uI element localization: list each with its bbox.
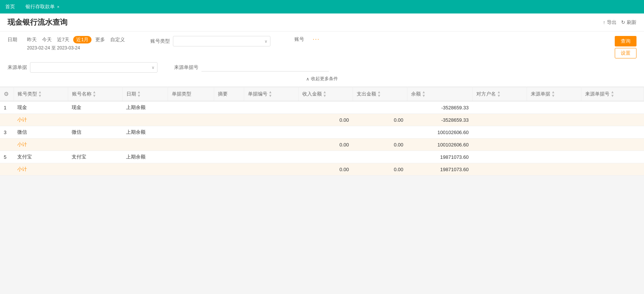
cell-expense-row1 xyxy=(353,101,407,114)
cell-expense-row3 xyxy=(353,126,407,139)
th-source_doc[interactable]: 来源单据▲▼ xyxy=(527,87,581,101)
refresh-button[interactable]: ↻ 刷新 xyxy=(621,19,636,26)
header-actions: ↑ 导出 ↻ 刷新 xyxy=(603,19,637,26)
cell-doc_type-row6 xyxy=(168,163,214,176)
cell-source_doc-row3 xyxy=(527,126,581,139)
account-type-select-wrap: ∨ xyxy=(173,36,270,46)
sort-icon-account_type: ▲▼ xyxy=(38,90,42,98)
refresh-icon: ↻ xyxy=(621,19,625,25)
cell-source_doc-row2 xyxy=(527,114,581,126)
date-option-近1月[interactable]: 近1月 xyxy=(73,36,92,43)
export-icon: ↑ xyxy=(603,19,606,25)
source-doc-no-label: 来源单据号 xyxy=(174,64,198,71)
th-expense[interactable]: 支出金额▲▼ xyxy=(353,87,407,101)
cell-account_type-row6: 小计 xyxy=(14,163,68,176)
date-options: 昨天今天近7天近1月更多自定义 xyxy=(26,36,126,43)
collapse-icon: ∧ xyxy=(306,76,309,82)
date-option-自定义[interactable]: 自定义 xyxy=(109,36,126,43)
cell-doc_no-row1 xyxy=(244,101,298,114)
cell-source_doc-row6 xyxy=(527,163,581,176)
source-doc-select[interactable] xyxy=(30,62,158,73)
cell-source_doc-row1 xyxy=(527,101,581,114)
account-dots-button[interactable]: ··· xyxy=(312,36,320,43)
cell-counterparty-row5 xyxy=(472,151,527,163)
cell-income-row4: 0.00 xyxy=(298,139,353,151)
cell-counterparty-row2 xyxy=(472,114,527,126)
top-navigation: 首页 收款单×付款单×其他收入单×应收应付调整单×银行存取款单×预收冲应收单×收… xyxy=(0,0,644,13)
cell-doc_type-row2 xyxy=(168,114,214,126)
cell-summary-row1 xyxy=(214,101,244,114)
page-header: 现金银行流水查询 ↑ 导出 ↻ 刷新 xyxy=(0,13,644,31)
date-option-更多[interactable]: 更多 xyxy=(94,36,107,43)
cell-summary-row6 xyxy=(214,163,244,176)
sort-icon-balance: ▲▼ xyxy=(422,90,426,98)
cell-date-row3: 上期余额 xyxy=(122,126,168,139)
nav-home[interactable]: 首页 xyxy=(0,0,20,13)
cell-doc_type-row5 xyxy=(168,151,214,163)
source-doc-select-wrap: ∨ xyxy=(30,62,158,73)
query-button[interactable]: 查询 xyxy=(615,36,636,46)
cell-num-row6 xyxy=(0,163,14,176)
nav-close-icon[interactable]: × xyxy=(57,0,59,13)
th-doc_no[interactable]: 单据编号▲▼ xyxy=(244,87,298,101)
th-account_type[interactable]: 账号类型▲▼ xyxy=(14,87,68,101)
date-option-今天[interactable]: 今天 xyxy=(41,36,53,43)
cell-balance-row5: 19871073.60 xyxy=(407,151,472,163)
sort-icon-source_doc: ▲▼ xyxy=(551,90,555,98)
table-header-row: ⚙账号类型▲▼账号名称▲▼日期▲▼单据类型摘要单据编号▲▼收入金额▲▼支出金额▲… xyxy=(0,87,644,101)
table-settings-icon[interactable]: ⚙ xyxy=(4,91,9,97)
export-button[interactable]: ↑ 导出 xyxy=(603,19,617,26)
source-doc-no-input[interactable] xyxy=(201,63,329,72)
table-row: 5支付宝支付宝上期余额19871073.60 xyxy=(0,151,644,163)
date-option-近7天[interactable]: 近7天 xyxy=(56,36,71,43)
th-label-counterparty: 对方户名 xyxy=(476,91,496,97)
cell-source_doc_no-row1 xyxy=(581,101,644,114)
table-body: 1现金现金上期余额-3528659.33小计0.000.00-3528659.3… xyxy=(0,101,644,176)
sort-icon-income: ▲▼ xyxy=(323,90,327,98)
th-balance[interactable]: 余额▲▼ xyxy=(407,87,472,101)
th-label-source_doc_no: 来源单据号 xyxy=(585,91,609,97)
table-row: 1现金现金上期余额-3528659.33 xyxy=(0,101,644,114)
cell-doc_type-row1 xyxy=(168,101,214,114)
th-label-date: 日期 xyxy=(126,91,136,97)
nav-tab-银行存取款单[interactable]: 银行存取款单× xyxy=(20,0,74,13)
account-label: 账号 xyxy=(294,36,309,43)
cell-counterparty-row6 xyxy=(472,163,527,176)
cell-date-row4 xyxy=(122,139,168,151)
collapse-row: ∧ 收起更多条件 xyxy=(8,76,636,82)
date-option-昨天[interactable]: 昨天 xyxy=(26,36,38,43)
cell-counterparty-row4 xyxy=(472,139,527,151)
cell-source_doc_no-row2 xyxy=(581,114,644,126)
cell-balance-row3: 100102606.60 xyxy=(407,126,472,139)
th-label-balance: 余额 xyxy=(411,91,421,97)
cell-account_type-row1: 现金 xyxy=(14,101,68,114)
table-row: 小计0.000.00100102606.60 xyxy=(0,139,644,151)
cell-account_type-row5: 支付宝 xyxy=(14,151,68,163)
table-row: 小计0.000.00-3528659.33 xyxy=(0,114,644,126)
account-type-select[interactable] xyxy=(173,36,270,46)
th-source_doc_no[interactable]: 来源单据号▲▼ xyxy=(581,87,644,101)
cell-source_doc_no-row3 xyxy=(581,126,644,139)
sort-icon-account_name: ▲▼ xyxy=(93,90,96,98)
cell-expense-row6: 0.00 xyxy=(353,163,407,176)
source-doc-label: 来源单据 xyxy=(8,64,27,71)
th-label-source_doc: 来源单据 xyxy=(531,91,550,97)
cell-doc_no-row4 xyxy=(244,139,298,151)
refresh-label: 刷新 xyxy=(627,19,636,26)
cell-expense-row5 xyxy=(353,151,407,163)
cell-income-row3 xyxy=(298,126,353,139)
collapse-button[interactable]: ∧ 收起更多条件 xyxy=(306,76,338,82)
cell-account_type-row3: 微信 xyxy=(14,126,68,139)
filter-area: 日期 昨天今天近7天近1月更多自定义 2023-02-24 至 2023-03-… xyxy=(0,31,644,87)
table-row: 小计0.000.0019871073.60 xyxy=(0,163,644,176)
th-counterparty[interactable]: 对方户名▲▼ xyxy=(472,87,527,101)
data-table: ⚙账号类型▲▼账号名称▲▼日期▲▼单据类型摘要单据编号▲▼收入金额▲▼支出金额▲… xyxy=(0,87,644,176)
cell-account_name-row2 xyxy=(68,114,122,126)
settings-button[interactable]: 设置 xyxy=(615,48,636,58)
th-date[interactable]: 日期▲▼ xyxy=(122,87,168,101)
cell-summary-row3 xyxy=(214,126,244,139)
th-account_name[interactable]: 账号名称▲▼ xyxy=(68,87,122,101)
cell-source_doc_no-row5 xyxy=(581,151,644,163)
collapse-label: 收起更多条件 xyxy=(311,76,338,82)
th-income[interactable]: 收入金额▲▼ xyxy=(298,87,353,101)
